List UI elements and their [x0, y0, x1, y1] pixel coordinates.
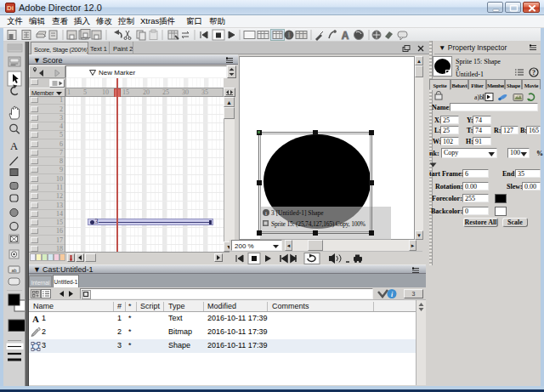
- svg-text:ab: ab: [11, 268, 16, 273]
- svg-text:A: A: [10, 140, 18, 152]
- svg-text:a)b: a)b: [474, 94, 483, 101]
- svg-text:A: A: [342, 30, 349, 42]
- svg-text:?: ?: [532, 69, 536, 77]
- svg-text:A: A: [32, 314, 39, 324]
